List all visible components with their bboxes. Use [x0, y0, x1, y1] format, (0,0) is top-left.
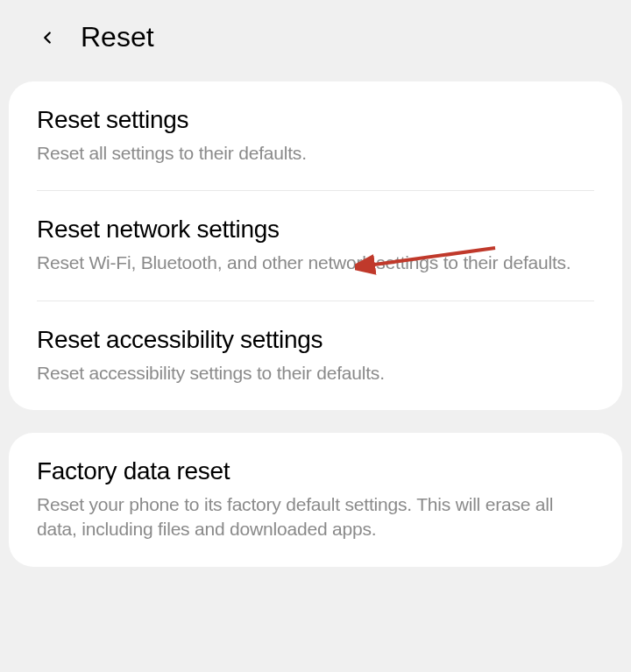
header: Reset [0, 0, 631, 81]
item-title: Reset accessibility settings [37, 326, 594, 354]
item-description: Reset accessibility settings to their de… [37, 361, 594, 386]
page-title: Reset [81, 21, 154, 53]
reset-network-settings-item[interactable]: Reset network settings Reset Wi-Fi, Blue… [9, 191, 622, 300]
item-title: Reset settings [37, 106, 594, 134]
item-description: Reset your phone to its factory default … [37, 492, 594, 542]
back-icon[interactable] [35, 25, 60, 50]
item-title: Factory data reset [37, 457, 594, 485]
factory-data-reset-item[interactable]: Factory data reset Reset your phone to i… [9, 433, 622, 567]
reset-options-card: Reset settings Reset all settings to the… [9, 81, 622, 410]
factory-reset-card: Factory data reset Reset your phone to i… [9, 433, 622, 567]
reset-accessibility-settings-item[interactable]: Reset accessibility settings Reset acces… [9, 301, 622, 410]
item-description: Reset Wi-Fi, Bluetooth, and other networ… [37, 251, 594, 275]
reset-settings-item[interactable]: Reset settings Reset all settings to the… [9, 81, 622, 190]
item-description: Reset all settings to their defaults. [37, 141, 594, 166]
item-title: Reset network settings [37, 216, 594, 244]
